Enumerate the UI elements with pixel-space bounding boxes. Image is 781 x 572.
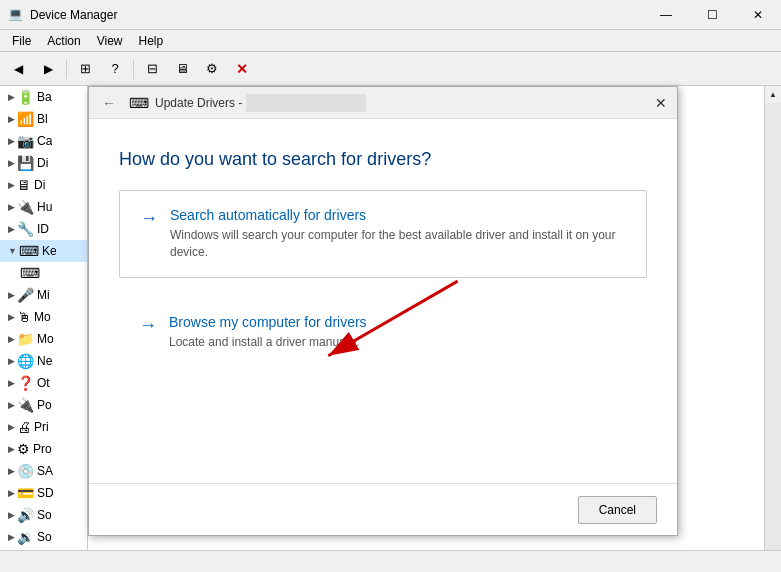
tree-item-sd[interactable]: ▶ 💳 SD xyxy=(0,482,87,504)
forward-button[interactable]: ▶ xyxy=(34,56,62,82)
properties-button[interactable]: ⊞ xyxy=(71,56,99,82)
option-content: Search automatically for drivers Windows… xyxy=(170,207,626,261)
expand-arrow: ▶ xyxy=(8,290,15,300)
tree-item-id[interactable]: ▶ 🔧 ID xyxy=(0,218,87,240)
tree-label: Ke xyxy=(42,244,57,258)
dialog-device-icon: ⌨ xyxy=(129,95,149,111)
scroll-track[interactable] xyxy=(765,103,781,555)
dialog-footer: Cancel xyxy=(89,483,677,535)
uninstall-button[interactable]: ✕ xyxy=(228,56,256,82)
tree-item-so2[interactable]: ▶ 🔉 So xyxy=(0,526,87,548)
tree-label: Ot xyxy=(37,376,50,390)
tree-item-pri[interactable]: ▶ 🖨 Pri xyxy=(0,416,87,438)
tree-item-so1[interactable]: ▶ 🔊 So xyxy=(0,504,87,526)
tree-item-ke-child[interactable]: ⌨ xyxy=(0,262,87,284)
scroll-up-button[interactable]: ▲ xyxy=(765,86,782,103)
option-arrow-icon: → xyxy=(140,208,158,229)
tree-item-ne[interactable]: ▶ 🌐 Ne xyxy=(0,350,87,372)
device-icon: 🖱 xyxy=(17,309,31,325)
tree-item-ke[interactable]: ▼ ⌨ Ke xyxy=(0,240,87,262)
title-bar: 💻 Device Manager — ☐ ✕ xyxy=(0,0,781,30)
action-button[interactable]: ⚙ xyxy=(198,56,226,82)
dialog-title-bar: ← ⌨ Update Drivers - ✕ xyxy=(89,87,677,119)
tree-item-ba[interactable]: ▶ 🔋 Ba xyxy=(0,86,87,108)
dialog-back-button[interactable]: ← xyxy=(97,91,121,115)
minimize-button[interactable]: — xyxy=(643,0,689,30)
device-icon: ⚙ xyxy=(17,441,30,457)
tree-item-ot[interactable]: ▶ ❓ Ot xyxy=(0,372,87,394)
tree-label: Po xyxy=(37,398,52,412)
tree-item-mi[interactable]: ▶ 🎤 Mi xyxy=(0,284,87,306)
dialog-heading: How do you want to search for drivers? xyxy=(119,149,647,170)
device-icon: ❓ xyxy=(17,375,34,391)
tree-item-po[interactable]: ▶ 🔌 Po xyxy=(0,394,87,416)
help-button[interactable]: ? xyxy=(101,56,129,82)
tree-item-di1[interactable]: ▶ 💾 Di xyxy=(0,152,87,174)
expand-arrow: ▶ xyxy=(8,92,15,102)
cancel-button[interactable]: Cancel xyxy=(578,496,657,524)
option-arrow-icon: → xyxy=(139,315,157,336)
toolbar: ◀ ▶ ⊞ ? ⊟ 🖥 ⚙ ✕ xyxy=(0,52,781,86)
tree-label: Bl xyxy=(37,112,48,126)
tree-item-mo2[interactable]: ▶ 📁 Mo xyxy=(0,328,87,350)
expand-arrow: ▶ xyxy=(8,114,15,124)
menu-view[interactable]: View xyxy=(89,32,131,50)
expand-arrow: ▶ xyxy=(8,400,15,410)
tree-label: Ca xyxy=(37,134,52,148)
tree-item-hu[interactable]: ▶ 🔌 Hu xyxy=(0,196,87,218)
display-button[interactable]: 🖥 xyxy=(168,56,196,82)
device-icon: 💿 xyxy=(17,463,34,479)
menu-bar: File Action View Help xyxy=(0,30,781,52)
menu-help[interactable]: Help xyxy=(131,32,172,50)
search-automatically-option[interactable]: → Search automatically for drivers Windo… xyxy=(119,190,647,278)
tree-item-mo1[interactable]: ▶ 🖱 Mo xyxy=(0,306,87,328)
maximize-button[interactable]: ☐ xyxy=(689,0,735,30)
menu-action[interactable]: Action xyxy=(39,32,88,50)
tree-label: Mo xyxy=(34,310,51,324)
menu-file[interactable]: File xyxy=(4,32,39,50)
expand-arrow: ▶ xyxy=(8,488,15,498)
expand-arrow: ▶ xyxy=(8,334,15,344)
back-button[interactable]: ◀ xyxy=(4,56,32,82)
scan-button[interactable]: ⊟ xyxy=(138,56,166,82)
device-icon: 📶 xyxy=(17,111,34,127)
tree-label: SA xyxy=(37,464,53,478)
close-button[interactable]: ✕ xyxy=(735,0,781,30)
tree-label: Mi xyxy=(37,288,50,302)
device-icon: 🖥 xyxy=(17,177,31,193)
scrollbar: ▲ ▼ xyxy=(764,86,781,572)
expand-arrow: ▶ xyxy=(8,510,15,520)
expand-arrow: ▶ xyxy=(8,466,15,476)
tree-item-bl[interactable]: ▶ 📶 Bl xyxy=(0,108,87,130)
device-icon: ⌨ xyxy=(20,265,40,281)
tree-item-sa[interactable]: ▶ 💿 SA xyxy=(0,460,87,482)
device-icon: 🔧 xyxy=(17,221,34,237)
tree-item-ca[interactable]: ▶ 📷 Ca xyxy=(0,130,87,152)
dialog-title: Update Drivers - xyxy=(155,96,242,110)
toolbar-separator-2 xyxy=(133,59,134,79)
status-bar xyxy=(0,550,781,572)
window-controls: — ☐ ✕ xyxy=(643,0,781,30)
tree-item-pro[interactable]: ▶ ⚙ Pro xyxy=(0,438,87,460)
tree-item-di2[interactable]: ▶ 🖥 Di xyxy=(0,174,87,196)
app-icon: 💻 xyxy=(8,7,24,23)
main-area: ▶ 🔋 Ba ▶ 📶 Bl ▶ 📷 Ca ▶ 💾 Di ▶ 🖥 Di ▶ 🔌 H… xyxy=(0,86,781,572)
device-icon: 🔌 xyxy=(17,199,34,215)
device-icon: 📁 xyxy=(17,331,34,347)
toolbar-separator-1 xyxy=(66,59,67,79)
window-title: Device Manager xyxy=(30,8,117,22)
device-icon: 🎤 xyxy=(17,287,34,303)
option-title: Search automatically for drivers xyxy=(170,207,626,223)
device-icon: 🌐 xyxy=(17,353,34,369)
expand-arrow: ▶ xyxy=(8,136,15,146)
tree-label: Hu xyxy=(37,200,52,214)
dialog-close-button[interactable]: ✕ xyxy=(645,87,677,119)
browse-computer-option[interactable]: → Browse my computer for drivers Locate … xyxy=(119,298,647,367)
device-icon: 🔌 xyxy=(17,397,34,413)
tree-label: Ba xyxy=(37,90,52,104)
device-icon: 🔉 xyxy=(17,529,34,545)
tree-label: Di xyxy=(37,156,48,170)
expand-arrow: ▶ xyxy=(8,444,15,454)
update-drivers-dialog: ← ⌨ Update Drivers - ✕ How do you want t… xyxy=(88,86,678,536)
device-icon: 💾 xyxy=(17,155,34,171)
